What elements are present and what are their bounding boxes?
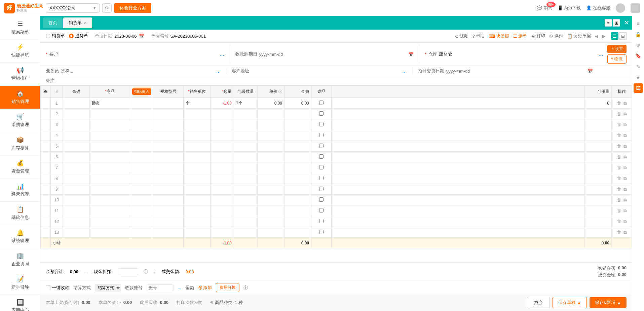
grid-view-btn[interactable]: ⊞ [613,19,620,27]
row-amount-0[interactable]: 0.00 [285,98,311,109]
tab-close-icon[interactable]: ✕ [84,21,87,25]
row-spec-1[interactable] [153,109,184,119]
copy-row-icon[interactable]: ⧉ [623,144,627,149]
shortcut-btn[interactable]: ⌨ 快捷键 [489,33,509,39]
row-unit-9[interactable] [184,195,211,205]
sidebar-item-enterprise[interactable]: 🏢 企业协同 [0,248,40,271]
copy-row-icon[interactable]: ⧉ [623,122,627,127]
row-qty-4[interactable] [211,141,234,152]
delete-row-icon[interactable]: 🗑 [617,230,621,235]
nav-prev-icon[interactable]: ◀ [595,34,598,39]
history-btn[interactable]: 📋 历史单据 [567,33,591,39]
row-product-6[interactable] [90,162,130,173]
row-unit-0[interactable]: 个 [184,98,211,109]
row-gift-5[interactable] [311,152,332,162]
copy-row-icon[interactable]: ⧉ [623,101,627,106]
sidebar-item-search-order[interactable]: ☰ 搜索菜单 [0,16,40,39]
row-price-9[interactable] [258,195,285,205]
salesperson-input[interactable] [61,69,214,74]
payment-due-calendar-icon[interactable]: 📅 [408,52,414,57]
row-product-7[interactable] [90,173,130,184]
copy-row-icon[interactable]: ⧉ [623,230,627,235]
row-gift-6[interactable] [311,162,332,173]
row-price-2[interactable] [258,119,285,130]
row-product-5[interactable] [90,152,130,162]
copy-row-icon[interactable]: ⧉ [623,208,627,213]
sidebar-item-quick-nav[interactable]: ⚡ 快捷导航 [0,39,40,63]
delete-row-icon[interactable]: 🗑 [617,122,621,127]
delete-row-icon[interactable]: 🗑 [617,197,621,202]
delete-row-icon[interactable]: 🗑 [617,187,621,192]
copy-row-icon[interactable]: ⧉ [623,187,627,192]
video-help-btn[interactable]: ⊙ 视频 [455,33,468,39]
row-unit-1[interactable] [184,109,211,119]
right-icon-tag[interactable]: 🔖 [634,51,643,61]
row-unit-8[interactable] [184,184,211,195]
row-amount-9[interactable] [285,195,311,205]
sidebar-item-inventory[interactable]: 📦 库存核算 [0,132,40,155]
row-unit-7[interactable] [184,173,211,184]
app-download-btn[interactable]: 📱 App下载 [558,5,581,11]
row-pkgqty-0[interactable]: 1个 [234,98,258,109]
row-barcode-5[interactable] [63,152,90,162]
one-click-checkbox[interactable] [46,285,50,290]
cash-discount-input[interactable] [118,268,138,275]
save-draft-button[interactable]: 保存草稿 ▲ [553,297,587,308]
row-price-12[interactable] [258,227,285,238]
delete-row-icon[interactable]: 🗑 [617,154,621,159]
row-pkgqty-1[interactable] [234,109,258,119]
ops-btn[interactable]: ⚙ 操作 [549,33,563,39]
copy-row-icon[interactable]: ⧉ [623,197,627,202]
row-barcode-10[interactable] [63,205,90,216]
row-product-10[interactable] [90,205,130,216]
customer-address-dots-btn[interactable]: ... [402,68,407,74]
fees-btn[interactable]: 费用分摊 [216,283,239,292]
row-spec-9[interactable] [153,195,184,205]
row-barcode-12[interactable] [63,227,90,238]
row-gift-12[interactable] [311,227,332,238]
row-qty-12[interactable] [211,227,234,238]
online-service-btn[interactable]: 👤 在线客服 [586,5,610,11]
warehouse-dots-btn[interactable]: ... [599,51,603,57]
row-qty-7[interactable] [211,173,234,184]
row-spec-10[interactable] [153,205,184,216]
customer-dots-btn[interactable]: ... [220,51,224,57]
row-barcode-7[interactable] [63,173,90,184]
add-amount-btn[interactable]: ⊕ 添加 [198,284,212,291]
row-pkgqty-10[interactable] [234,205,258,216]
row-barcode-6[interactable] [63,162,90,173]
list-view-btn[interactable]: ≡ [605,19,612,27]
calendar-icon[interactable]: 📅 [139,34,144,39]
row-price-11[interactable] [258,216,285,227]
row-amount-7[interactable] [285,173,311,184]
delivery-date-calendar-icon[interactable]: 📅 [588,69,593,74]
row-spec-11[interactable] [153,216,184,227]
delete-row-icon[interactable]: 🗑 [617,133,621,138]
remark-input[interactable] [57,78,627,83]
row-unit-12[interactable] [184,227,211,238]
row-amount-12[interactable] [285,227,311,238]
row-gift-4[interactable] [311,141,332,152]
row-gift-1[interactable] [311,109,332,119]
right-icon-image[interactable]: 🖼 [634,83,643,93]
row-gift-0[interactable] [311,98,332,109]
sidebar-item-finance[interactable]: 💰 资金管理 [0,155,40,179]
row-amount-11[interactable] [285,216,311,227]
user-avatar[interactable] [616,3,625,13]
row-gift-3[interactable] [311,130,332,141]
account-dots-btn[interactable]: ... [178,285,181,290]
row-product-11[interactable] [90,216,130,227]
right-icon-edit[interactable]: ✎ [634,62,643,71]
row-spec-4[interactable] [153,141,184,152]
row-pkgqty-4[interactable] [234,141,258,152]
nav-next-icon[interactable]: ▶ [602,34,606,39]
row-unit-4[interactable] [184,141,211,152]
row-pkgqty-11[interactable] [234,216,258,227]
row-price-7[interactable] [258,173,285,184]
row-product-0[interactable] [90,98,130,109]
settings-button[interactable]: ⊙ 设置 [607,45,627,53]
row-price-5[interactable] [258,152,285,162]
right-icon-lock[interactable]: 🔒 [634,30,643,39]
company-selector[interactable]: XXXXXX公司 ▾ [46,3,100,13]
help-btn[interactable]: ? 帮助 [472,33,485,39]
